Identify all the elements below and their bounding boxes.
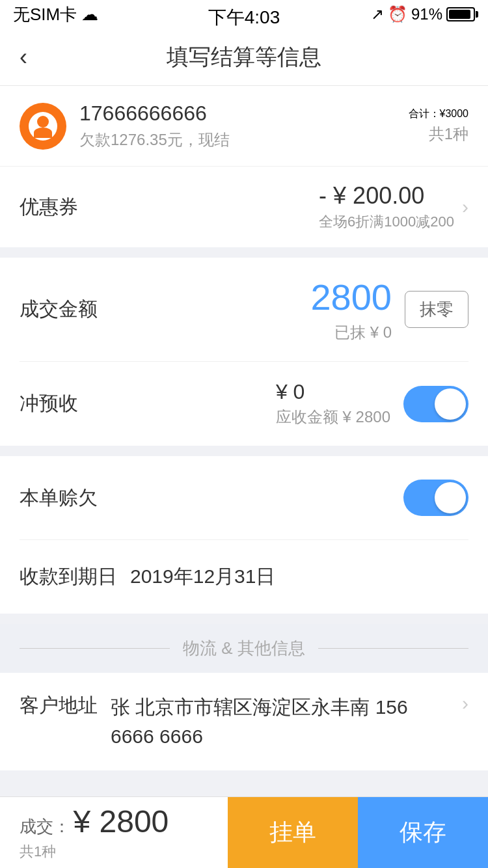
divider-line-right: [318, 648, 468, 649]
avatar-icon: [29, 112, 57, 141]
debit-section: 本单赊欠 收款到期日 2019年12月31日: [0, 456, 488, 614]
due-date-value: 2019年12月31日: [130, 563, 275, 590]
status-bar: 无SIM卡 ☁ 下午4:03 ↗ ⏰ 91%: [0, 0, 488, 29]
logistics-divider: 物流 & 其他信息: [0, 624, 488, 673]
coupon-desc: 全场6折满1000减200: [319, 212, 454, 232]
user-card: 17666666666 欠款1276.35元，现结 合计：¥3000 共1种 优…: [0, 86, 488, 247]
address-label: 客户地址: [20, 692, 98, 719]
bottom-deal-amount: ¥ 2800: [73, 804, 169, 839]
coupon-label: 优惠券: [20, 194, 78, 221]
address-chevron-icon: ›: [462, 692, 468, 714]
amount-section: 成交金额 2800 已抹 ¥ 0 抹零 冲预收 ¥ 0 应收金额 ¥ 2800: [0, 258, 488, 446]
bottom-deal-label: 成交：: [20, 817, 70, 836]
battery-icon: [446, 7, 475, 21]
user-right: 合计：¥3000 共1种: [409, 107, 469, 144]
total-amount-text: ¥3000: [440, 108, 469, 119]
main-content: 17666666666 欠款1276.35元，现结 合计：¥3000 共1种 优…: [0, 86, 488, 868]
save-button[interactable]: 保存: [358, 797, 488, 869]
address-row[interactable]: 客户地址 张 北京市市辖区海淀区永丰南 156 6666 6666 ›: [20, 673, 468, 770]
pending-button[interactable]: 挂单: [228, 797, 358, 869]
prepay-right: ¥ 0 应收金额 ¥ 2800: [276, 380, 468, 427]
bottom-bar: 成交： ¥ 2800 共1种 挂单 保存: [0, 796, 488, 868]
back-button[interactable]: ‹: [20, 44, 27, 71]
alarm-icon: ⏰: [388, 5, 407, 23]
due-date-label: 收款到期日: [20, 563, 117, 590]
page-title: 填写结算等信息: [167, 42, 321, 72]
divider-line-left: [20, 648, 170, 649]
coupon-amount: - ¥ 200.00: [319, 182, 454, 210]
bottom-deal-row: 成交： ¥ 2800: [20, 804, 208, 839]
transaction-amount-info: 2800 已抹 ¥ 0: [310, 276, 392, 343]
status-left: 无SIM卡 ☁: [13, 3, 98, 26]
total-label-text: 合计：: [409, 108, 440, 119]
user-debt: 欠款1276.35元，现结: [79, 129, 230, 150]
prepay-toggle[interactable]: [403, 386, 468, 422]
total-count: 共1种: [409, 124, 469, 144]
prepay-sub: 应收金额 ¥ 2800: [276, 407, 390, 427]
debit-label: 本单赊欠: [20, 485, 98, 511]
signal-text: 无SIM卡 ☁: [13, 3, 98, 26]
nav-bar: ‹ 填写结算等信息: [0, 29, 488, 86]
logistics-label: 物流 & 其他信息: [183, 637, 305, 660]
address-value: 张 北京市市辖区海淀区永丰南 156 6666 6666: [111, 692, 454, 751]
coupon-right: - ¥ 200.00 全场6折满1000减200 ›: [319, 182, 468, 232]
debit-toggle[interactable]: [403, 480, 468, 516]
due-date-row: 收款到期日 2019年12月31日: [20, 540, 468, 614]
coupon-info: - ¥ 200.00 全场6折满1000减200: [319, 182, 454, 232]
total-label: 合计：¥3000: [409, 107, 469, 121]
debit-toggle-thumb: [435, 482, 466, 513]
prepay-info: ¥ 0 应收金额 ¥ 2800: [276, 380, 390, 427]
transaction-amount-label: 成交金额: [20, 296, 98, 323]
prepay-label: 冲预收: [20, 390, 78, 417]
transaction-amount-right: 2800 已抹 ¥ 0 抹零: [310, 276, 468, 343]
chevron-right-icon: ›: [462, 196, 468, 218]
avatar: [20, 103, 66, 150]
transaction-amount-value: 2800: [310, 276, 392, 318]
status-time: 下午4:03: [208, 5, 280, 30]
user-phone: 17666666666: [79, 102, 230, 126]
prepay-row: 冲预收 ¥ 0 应收金额 ¥ 2800: [20, 362, 468, 446]
user-row: 17666666666 欠款1276.35元，现结 合计：¥3000 共1种: [0, 86, 488, 166]
coupon-row[interactable]: 优惠券 - ¥ 200.00 全场6折满1000减200 ›: [0, 166, 488, 247]
status-right: ↗ ⏰ 91%: [371, 5, 475, 23]
location-icon: ↗: [371, 5, 384, 23]
debit-row: 本单赊欠: [20, 456, 468, 540]
user-left: 17666666666 欠款1276.35元，现结: [20, 102, 230, 150]
bottom-summary: 成交： ¥ 2800 共1种: [0, 804, 228, 861]
prepay-value: ¥ 0: [276, 380, 390, 404]
bottom-count: 共1种: [20, 842, 208, 861]
toggle-thumb: [435, 388, 466, 420]
round-off-button[interactable]: 抹零: [405, 291, 468, 328]
transaction-amount-sub: 已抹 ¥ 0: [310, 322, 392, 343]
battery-fill: [449, 10, 470, 19]
address-section: 客户地址 张 北京市市辖区海淀区永丰南 156 6666 6666 ›: [0, 673, 488, 770]
battery-percent: 91%: [411, 5, 442, 23]
user-info: 17666666666 欠款1276.35元，现结: [79, 102, 230, 150]
transaction-amount-row: 成交金额 2800 已抹 ¥ 0 抹零: [20, 258, 468, 362]
